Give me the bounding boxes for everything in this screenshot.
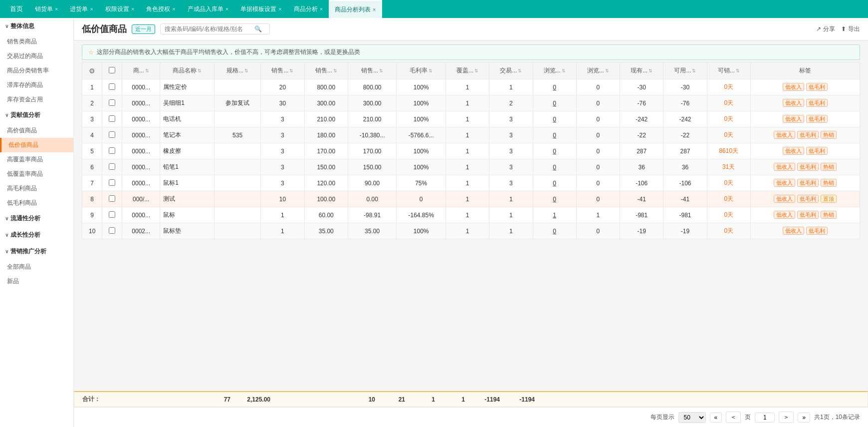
col-browse1[interactable]: 浏览...⇅ [533,62,576,79]
cell-checkbox[interactable] [102,159,122,175]
nav-product-instock[interactable]: 产成品入库单 × [182,0,234,18]
search-input[interactable] [165,25,254,32]
sidebar-section-contribution[interactable]: ∨ 贡献值分析 [0,107,73,123]
sidebar-section-marketing[interactable]: ∨ 营销推广分析 [0,243,73,260]
col-spec[interactable]: 规格...⇅ [214,62,260,79]
col-current-stock[interactable]: 现有...⇅ [620,62,663,79]
time-tag[interactable]: 近一月 [132,24,155,34]
row-checkbox[interactable] [109,211,115,218]
export-button[interactable]: ⬆ 导出 [841,25,860,33]
sidebar-item-all-products[interactable]: 全部商品 [0,260,73,274]
nav-product-analysis-list[interactable]: 商品分析列表 × [329,0,382,18]
nav-sales-order[interactable]: 销货单 × [29,0,64,18]
nav-role-auth[interactable]: 角色授权 × [140,0,181,18]
sidebar-item-traded-products[interactable]: 交易过的商品 [0,49,73,63]
table-row: 60000...铅笔13150.00150.00100%1300363631天低… [82,159,860,175]
cell-browse1[interactable]: 0 [533,191,576,207]
settings-icon[interactable]: ⚙ [89,67,95,75]
search-icon[interactable]: 🔍 [254,25,262,32]
sidebar-item-sales-products[interactable]: 销售类商品 [0,34,73,49]
cell-checkbox[interactable] [102,95,122,111]
cell-sales-amount: 35.00 [304,223,348,239]
col-trade[interactable]: 交易...⇅ [489,62,533,79]
cell-sales-qty: 3 [261,159,304,175]
nav-close-role[interactable]: × [172,6,175,12]
col-settings[interactable]: ⚙ [82,62,102,79]
col-checkbox[interactable] [102,62,122,79]
cell-checkbox[interactable] [102,79,122,95]
cell-browse1[interactable]: 0 [533,143,576,159]
tag: 热销 [821,131,837,139]
col-gross-margin[interactable]: 毛利率⇅ [397,62,446,79]
cell-checkbox[interactable] [102,143,122,159]
cell-browse2: 0 [576,127,620,143]
sidebar-section-overall[interactable]: ∨ 整体信息 [0,18,73,34]
cell-browse1[interactable]: 0 [533,79,576,95]
col-sales-amount[interactable]: 销售...⇅ [304,62,348,79]
nav-close-analysis[interactable]: × [320,6,323,12]
col-coverage[interactable]: 覆盖...⇅ [445,62,489,79]
nav-permissions[interactable]: 权限设置 × [99,0,140,18]
row-checkbox[interactable] [109,195,115,202]
cell-browse1[interactable]: 0 [533,159,576,175]
cell-checkbox[interactable] [102,191,122,207]
col-sales-qty[interactable]: 销售...⇅ [261,62,304,79]
cell-browse1[interactable]: 1 [533,207,576,223]
cell-browse1[interactable]: 0 [533,95,576,111]
col-browse2[interactable]: 浏览...⇅ [576,62,620,79]
row-checkbox[interactable] [109,179,115,186]
nav-close-template[interactable]: × [278,6,281,12]
sidebar-item-high-coverage[interactable]: 高覆盖率商品 [0,152,73,167]
nav-close-permissions[interactable]: × [131,6,134,12]
cell-checkbox[interactable] [102,207,122,223]
sidebar-item-stock-capital[interactable]: 库存资金占用 [0,92,73,107]
sidebar-item-high-margin[interactable]: 高毛利商品 [0,181,73,196]
sidebar-item-slow-stock[interactable]: 滞库存的商品 [0,78,73,92]
row-checkbox[interactable] [109,131,115,138]
next-page-btn[interactable]: ＞ [779,412,794,423]
nav-close-analysis-list[interactable]: × [373,6,376,12]
nav-close-sales[interactable]: × [55,6,58,12]
cell-checkbox[interactable] [102,223,122,239]
col-code[interactable]: 商...⇅ [122,62,160,79]
cell-checkbox[interactable] [102,111,122,127]
tag: 低毛利 [797,163,819,171]
share-button[interactable]: ↗ 分享 [816,25,835,33]
last-page-btn[interactable]: » [798,413,810,423]
nav-close-product[interactable]: × [225,6,228,12]
sidebar-item-new-products[interactable]: 新品 [0,274,73,289]
row-checkbox[interactable] [109,147,115,154]
prev-page-btn[interactable]: ＜ [726,412,741,423]
row-checkbox[interactable] [109,163,115,170]
first-page-btn[interactable]: « [710,413,722,423]
per-page-select[interactable]: 50 100 200 [678,412,706,423]
cell-checkbox[interactable] [102,175,122,191]
col-available[interactable]: 可用...⇅ [663,62,707,79]
nav-template-settings[interactable]: 单据模板设置 × [234,0,287,18]
nav-close-purchase[interactable]: × [90,6,93,12]
col-sellable[interactable]: 可销...⇅ [707,62,750,79]
sidebar-section-circulation[interactable]: ∨ 流通性分析 [0,210,73,227]
sidebar-item-low-margin[interactable]: 低毛利商品 [0,196,73,210]
cell-browse1[interactable]: 0 [533,175,576,191]
cell-browse1[interactable]: 0 [533,223,576,239]
row-checkbox[interactable] [109,115,115,122]
row-checkbox[interactable] [109,99,115,106]
sidebar-section-growth[interactable]: ∨ 成长性分析 [0,227,73,243]
page-input[interactable] [755,413,775,423]
select-all-checkbox[interactable] [109,67,115,73]
col-name[interactable]: 商品名称⇅ [160,62,215,79]
sidebar-item-category-sales-rate[interactable]: 商品分类销售率 [0,63,73,78]
nav-home[interactable]: 首页 [4,0,29,18]
col-sales-cost[interactable]: 销售...⇅ [348,62,397,79]
cell-browse1[interactable]: 0 [533,111,576,127]
row-checkbox[interactable] [109,227,115,234]
row-checkbox[interactable] [109,83,115,90]
sidebar-item-low-value[interactable]: 低价值商品 [0,138,73,152]
cell-checkbox[interactable] [102,127,122,143]
nav-product-analysis[interactable]: 商品分析 × [288,0,329,18]
nav-purchase-order[interactable]: 进货单 × [64,0,99,18]
sidebar-item-low-coverage[interactable]: 低覆盖率商品 [0,167,73,181]
cell-browse1[interactable]: 0 [533,127,576,143]
sidebar-item-high-value[interactable]: 高价值商品 [0,123,73,138]
